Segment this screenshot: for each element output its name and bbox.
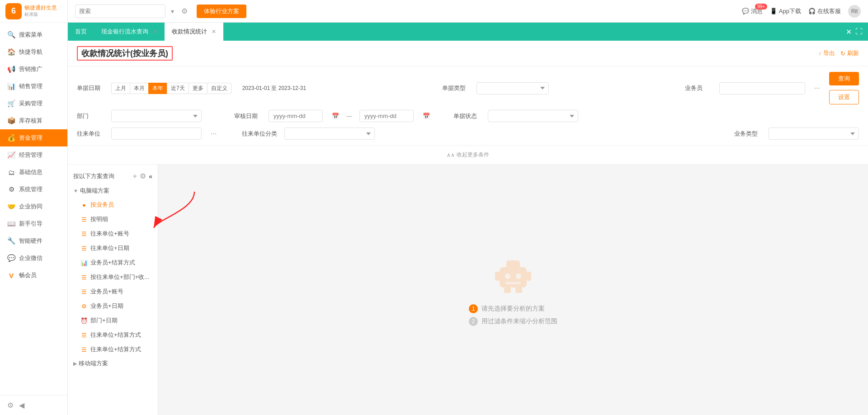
- sidebar-item-label: 企业协同: [19, 203, 42, 211]
- sidebar-settings-icon[interactable]: ⚙: [7, 401, 14, 410]
- refresh-button[interactable]: ↻ 刷新: [840, 49, 859, 57]
- sidebar-item-marketing[interactable]: 📢 营销推广: [0, 61, 67, 78]
- tab-home[interactable]: 首页: [68, 23, 94, 41]
- dept-select[interactable]: [111, 110, 202, 122]
- message-badge: 99+: [755, 4, 767, 9]
- settings-button[interactable]: 设置: [829, 90, 859, 104]
- counterpart-account-scheme-icon: ☰: [80, 230, 88, 237]
- desktop-scheme-header[interactable]: ▼ 电脑端方案: [68, 184, 158, 198]
- scheme-item-by-salesman[interactable]: ● 按业务员: [68, 198, 158, 212]
- date-tab-more[interactable]: 更多: [189, 83, 207, 94]
- sales-icon: 📊: [7, 82, 15, 90]
- tab-bank-flow[interactable]: 现金银行流水查询 ✕: [94, 23, 165, 41]
- sidebar-item-search-menu[interactable]: 🔍 搜索菜单: [0, 26, 67, 43]
- date-tabs: 上月 本月 本年 近7天 更多 自定义: [111, 83, 231, 94]
- query-button[interactable]: 查询: [829, 72, 859, 85]
- scheme-item-salesman-account[interactable]: ☰ 业务员+账号: [68, 284, 158, 299]
- sidebar-item-sales[interactable]: 📊 销售管理: [0, 78, 67, 95]
- sidebar-item-hardware[interactable]: 🔧 智能硬件: [0, 232, 67, 250]
- salesman-scheme-icon: ●: [80, 201, 88, 208]
- export-button[interactable]: ↑ 导出: [819, 49, 835, 57]
- sidebar-item-label: 基础信息: [19, 168, 42, 176]
- calendar-from-icon[interactable]: 📅: [332, 113, 339, 119]
- scheme-item-dept-date[interactable]: ⏰ 部门+日期: [68, 313, 158, 328]
- topbar-messages[interactable]: 💬 消息 99+: [742, 7, 763, 15]
- sidebar-collapse-icon[interactable]: ◀: [19, 401, 24, 410]
- svg-point-4: [516, 274, 521, 279]
- collapse-button[interactable]: ∧∧ 收起更多条件: [444, 148, 492, 161]
- salesman-settle-scheme-icon: 📊: [80, 259, 88, 266]
- desktop-group-arrow-icon: ▼: [73, 188, 78, 193]
- scheme-settings-icon[interactable]: ⚙: [140, 172, 146, 180]
- salesman-input[interactable]: [719, 82, 805, 94]
- empty-state: 1 请先选择要分析的方案 2 用过滤条件来缩小分析范围: [158, 165, 868, 415]
- topbar-app-download[interactable]: 📱 App下载: [770, 7, 801, 15]
- scheme-item-by-detail[interactable]: ☰ 按明细: [68, 212, 158, 226]
- wechat-icon: 💬: [7, 254, 15, 262]
- scheme-item-salesman-date[interactable]: ⚙ 业务员+日期: [68, 299, 158, 313]
- tab-bank-flow-close[interactable]: ✕: [153, 28, 157, 35]
- operations-icon: 📈: [7, 151, 15, 159]
- collapse-bar: ∧∧ 收起更多条件: [68, 146, 868, 165]
- topbar-online-service[interactable]: 🎧 在线客服: [808, 7, 841, 15]
- scheme-item-salesman-settle[interactable]: 📊 业务员+结算方式: [68, 255, 158, 270]
- sidebar-item-finance[interactable]: 💰 资金管理: [0, 129, 67, 146]
- date-tab-this-month[interactable]: 本月: [130, 83, 148, 94]
- scheme-item-counterpart-settle2[interactable]: ☰ 往来单位+结算方式: [68, 342, 158, 357]
- mobile-group-arrow-icon: ▶: [73, 361, 77, 367]
- doc-type-select[interactable]: [476, 82, 549, 94]
- step-1-num: 1: [469, 304, 478, 313]
- sidebar-item-system[interactable]: ⚙ 系统管理: [0, 181, 67, 198]
- biz-type-select[interactable]: [769, 127, 859, 140]
- counterpart-category-select[interactable]: [284, 127, 375, 140]
- review-date-from[interactable]: [269, 110, 323, 122]
- tab-collection-stat[interactable]: 收款情况统计 ✕: [165, 23, 223, 41]
- sidebar-item-guide[interactable]: 📖 新手引导: [0, 215, 67, 232]
- sidebar-item-wechat[interactable]: 💬 企业微信: [0, 250, 67, 267]
- scheme-item-counterpart-settle1[interactable]: ☰ 往来单位+结算方式: [68, 328, 158, 342]
- scheme-item-counterpart-account[interactable]: ☰ 往来单位+账号: [68, 226, 158, 241]
- counterpart-more-icon[interactable]: ···: [211, 130, 217, 138]
- sidebar-item-member[interactable]: V 畅会员: [0, 267, 67, 284]
- tab-maximize-icon[interactable]: ⛶: [855, 28, 863, 36]
- sidebar-item-label: 快捷导航: [19, 48, 42, 56]
- add-scheme-icon[interactable]: +: [133, 172, 137, 180]
- date-tab-last-month[interactable]: 上月: [111, 83, 130, 94]
- date-tab-last7[interactable]: 近7天: [167, 83, 189, 94]
- empty-robot-icon: [491, 254, 536, 299]
- doc-status-select[interactable]: [488, 110, 578, 122]
- panel-collapse-icon[interactable]: «: [149, 173, 152, 180]
- scheme-item-counterpart-date[interactable]: ☰ 往来单位+日期: [68, 241, 158, 255]
- sidebar-nav: 🔍 搜索菜单 🏠 快捷导航 📢 营销推广 📊 销售管理 🛒 采购管理 📦 库存核…: [0, 23, 67, 395]
- salesman-more-icon[interactable]: ···: [814, 84, 820, 92]
- tab-close-window-icon[interactable]: ✕: [846, 28, 852, 36]
- sidebar-item-enterprise[interactable]: 🤝 企业协同: [0, 198, 67, 215]
- tab-collection-stat-close[interactable]: ✕: [212, 28, 216, 35]
- refresh-icon: ↻: [840, 50, 845, 57]
- mobile-scheme-header[interactable]: ▶ 移动端方案: [68, 357, 158, 370]
- salesman-date-scheme-icon: ⚙: [80, 302, 88, 310]
- left-panel-title: 按以下方案查询: [73, 172, 114, 180]
- left-panel: 按以下方案查询 + ⚙ « ▼ 电脑端方案 ● 按业务员: [68, 165, 158, 415]
- sidebar-item-purchase[interactable]: 🛒 采购管理: [0, 95, 67, 112]
- counterpart-input[interactable]: [111, 127, 202, 140]
- topbar-gear-icon[interactable]: ⚙: [181, 7, 188, 15]
- page-actions: ↑ 导出 ↻ 刷新: [819, 49, 859, 57]
- sidebar-item-quick-nav[interactable]: 🏠 快捷导航: [0, 43, 67, 61]
- trial-btn[interactable]: 体验行业方案: [197, 5, 246, 18]
- sidebar-item-basic-info[interactable]: 🗂 基础信息: [0, 164, 67, 181]
- topbar-dropdown-icon[interactable]: ▾: [171, 8, 174, 15]
- sidebar-item-operations[interactable]: 📈 经营管理: [0, 146, 67, 164]
- scheme-item-counterpart-dept[interactable]: ☰ 按往来单位+部门+收...: [68, 270, 158, 284]
- message-icon: 💬: [742, 8, 749, 14]
- topbar-search-input[interactable]: [75, 5, 165, 18]
- review-date-to[interactable]: [359, 110, 414, 122]
- date-tab-this-year[interactable]: 本年: [148, 83, 167, 94]
- calendar-to-icon[interactable]: 📅: [423, 113, 430, 119]
- counterpart-category-label: 往来单位分类: [242, 130, 277, 138]
- sidebar-item-inventory[interactable]: 📦 库存核算: [0, 112, 67, 129]
- guide-icon: 📖: [7, 220, 15, 228]
- date-tab-custom[interactable]: 自定义: [207, 83, 231, 94]
- filter-row-1: 单据日期 上月 本月 本年 近7天 更多 自定义 2023-01-01 至 20…: [77, 72, 859, 104]
- user-avatar[interactable]: Rit: [848, 5, 861, 18]
